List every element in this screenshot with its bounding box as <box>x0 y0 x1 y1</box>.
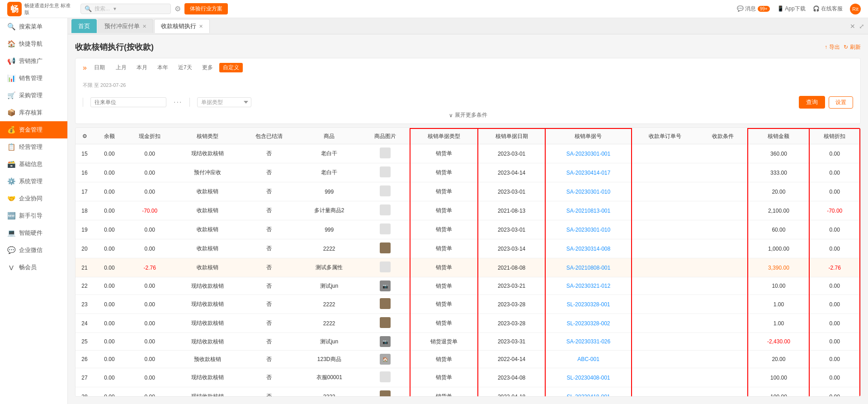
sidebar-item-hardware[interactable]: 💻 智能硬件 <box>0 224 67 242</box>
voucher-no-link[interactable]: SL-20230328-002 <box>566 320 610 327</box>
sidebar-item-wechat[interactable]: 💬 企业微信 <box>0 242 67 259</box>
chevron-down-icon: ∨ <box>449 112 453 119</box>
voucher-no-link[interactable]: SA-20230314-008 <box>566 246 610 252</box>
export-button[interactable]: ↑ 导出 <box>825 43 840 51</box>
voucher-type-cell: 销货单 <box>410 144 478 163</box>
th-settled: 包含已结清 <box>241 128 298 144</box>
sidebar-item-label: 企业协同 <box>19 195 42 203</box>
amount-cell: 20.00 <box>748 182 809 201</box>
sidebar-item-base[interactable]: 🗃️ 基础信息 <box>0 156 67 173</box>
sidebar-item-business[interactable]: 📋 经营管理 <box>0 138 67 156</box>
notification-area[interactable]: 💬 消息 99+ <box>737 5 770 13</box>
filter-collapse-btn[interactable]: » <box>83 64 87 72</box>
top-bar-center: 🔍 搜索... ▼ ⚙ 体验行业方案 <box>80 3 731 14</box>
receipt-order-no-cell <box>632 239 698 258</box>
voucher-type-cell: 销货单 <box>410 239 478 258</box>
tab-home[interactable]: 首页 <box>71 19 97 33</box>
tab-home-label: 首页 <box>78 22 90 30</box>
voucher-no-cell: SA-20230301-010 <box>545 220 631 239</box>
sidebar-item-purchase[interactable]: 🛒 采购管理 <box>0 87 67 104</box>
voucher-no-link[interactable]: SA-20210813-001 <box>566 208 610 214</box>
last-7-days-btn[interactable]: 近7天 <box>175 63 196 72</box>
voucher-no-link[interactable]: SA-20210808-001 <box>566 265 610 271</box>
discount-cell: -2.76 <box>809 258 860 277</box>
page-content: 收款核销执行(按收款) ↑ 导出 ↻ 刷新 » 日期 <box>68 34 868 404</box>
industry-solution-button[interactable]: 体验行业方案 <box>184 3 228 14</box>
online-service-link[interactable]: 🎧 在线客服 <box>813 5 843 13</box>
th-amount: 核销金额 <box>748 128 809 144</box>
balance-cell: 0.00 <box>94 144 125 163</box>
partner-input[interactable] <box>90 97 166 107</box>
voucher-no-link[interactable]: SA-20230414-017 <box>566 170 610 176</box>
sidebar-item-nav[interactable]: 🏠 快捷导航 <box>0 35 67 52</box>
sidebar-item-search[interactable]: 🔍 搜索菜单 <box>0 18 67 35</box>
custom-date-btn[interactable]: 自定义 <box>219 63 243 72</box>
expand-conditions-button[interactable]: ∨ 展开更多条件 <box>449 111 487 119</box>
search-icon: 🔍 <box>7 23 15 31</box>
voucher-no-cell: SA-20230331-026 <box>545 333 631 351</box>
th-receipt-order-no: 收款单订单号 <box>632 128 698 144</box>
tab-collection-close[interactable]: ✕ <box>199 24 203 29</box>
maximize-window-button[interactable]: ⤢ <box>859 23 864 30</box>
discount-cell: 0.00 <box>809 314 860 333</box>
balance-cell: 0.00 <box>94 351 125 368</box>
voucher-no-link[interactable]: SA-20230301-010 <box>566 227 610 233</box>
amount-cell: 360.00 <box>748 144 809 163</box>
voucher-no-link[interactable]: SA-20230321-012 <box>566 283 610 289</box>
voucher-date-cell: 2023-04-08 <box>478 368 546 387</box>
table-row: 230.000.00现结收款核销否2222销货单2023-03-28SL-202… <box>75 295 860 314</box>
voucher-no-link[interactable]: SA-20230331-026 <box>566 338 610 345</box>
voucher-type-select[interactable]: 单据类型 <box>197 97 251 107</box>
voucher-no-link[interactable]: SL-20230328-001 <box>566 301 610 308</box>
amount-cell: 100.00 <box>748 387 809 397</box>
voucher-no-cell: SL-20230328-001 <box>545 295 631 314</box>
voucher-no-link[interactable]: SL-20230418-001 <box>566 394 610 397</box>
row-number: 20 <box>75 239 94 258</box>
partner-dots[interactable]: ··· <box>174 98 182 106</box>
goods-img-cell <box>360 163 410 182</box>
app-download-link[interactable]: 📱 App下载 <box>777 5 806 13</box>
balance-cell: 0.00 <box>94 239 125 258</box>
query-button[interactable]: 查询 <box>799 96 825 109</box>
search-bar[interactable]: 🔍 搜索... ▼ <box>80 4 171 14</box>
avatar[interactable]: Rit <box>850 4 861 14</box>
sidebar-item-label: 快捷导航 <box>19 40 42 48</box>
table-row: 260.000.00预收款核销否123D商品🏠销货单2022-04-14ABC-… <box>75 351 860 368</box>
date-filter: 上月 本月 本年 近7天 更多 自定义 <box>112 63 243 72</box>
tab-prepay-close[interactable]: ✕ <box>142 24 146 29</box>
sidebar-item-member[interactable]: V 畅会员 <box>0 259 67 276</box>
goods-img-cell <box>360 220 410 239</box>
tab-window-actions: ✕ ⤢ <box>850 23 864 30</box>
amount-cell: 1,000.00 <box>748 239 809 258</box>
settings-button[interactable]: 设置 <box>829 96 853 109</box>
refresh-button[interactable]: ↻ 刷新 <box>844 43 861 51</box>
table-row: 170.000.00收款核销否999销货单2023-03-01SA-202303… <box>75 182 860 201</box>
voucher-date-cell: 2021-08-08 <box>478 258 546 277</box>
sidebar-item-inventory[interactable]: 📦 库存核算 <box>0 104 67 121</box>
sidebar-item-label: 采购管理 <box>19 91 42 100</box>
sidebar-item-finance[interactable]: 💰 资金管理 <box>0 121 67 138</box>
th-settings: ⚙ <box>75 128 94 144</box>
voucher-no-link[interactable]: SA-20230301-010 <box>566 189 610 195</box>
voucher-no-link[interactable]: SA-20230301-001 <box>566 151 610 157</box>
data-table-container: ⚙ 余额 现金折扣 核销类型 包含已结清 商品 商品图片 核销单据类型 核销单据… <box>75 128 861 397</box>
receipt-order-no-cell <box>632 314 698 333</box>
sidebar-item-guide[interactable]: 🆕 新手引导 <box>0 207 67 224</box>
this-month-btn[interactable]: 本月 <box>133 63 151 72</box>
sidebar-item-system[interactable]: ⚙️ 系统管理 <box>0 173 67 190</box>
last-month-btn[interactable]: 上月 <box>112 63 130 72</box>
amount-cell: 333.00 <box>748 163 809 182</box>
sidebar-item-collab[interactable]: 🤝 企业协同 <box>0 190 67 207</box>
sidebar-item-marketing[interactable]: 📢 营销推广 <box>0 52 67 70</box>
this-year-btn[interactable]: 本年 <box>154 63 172 72</box>
tab-prepay[interactable]: 预付冲应付单 ✕ <box>98 19 153 33</box>
voucher-no-link[interactable]: ABC-001 <box>577 356 599 362</box>
sidebar-item-sales[interactable]: 📊 销售管理 <box>0 70 67 87</box>
close-window-button[interactable]: ✕ <box>850 23 855 30</box>
gear-icon[interactable]: ⚙ <box>175 5 181 13</box>
date-range-text: 不限 至 2023-07-26 <box>83 82 126 88</box>
receipt-order-no-cell <box>632 182 698 201</box>
more-date-btn[interactable]: 更多 <box>198 63 217 72</box>
voucher-no-link[interactable]: SL-20230408-001 <box>566 375 610 381</box>
tab-collection[interactable]: 收款核销执行 ✕ <box>154 19 210 33</box>
